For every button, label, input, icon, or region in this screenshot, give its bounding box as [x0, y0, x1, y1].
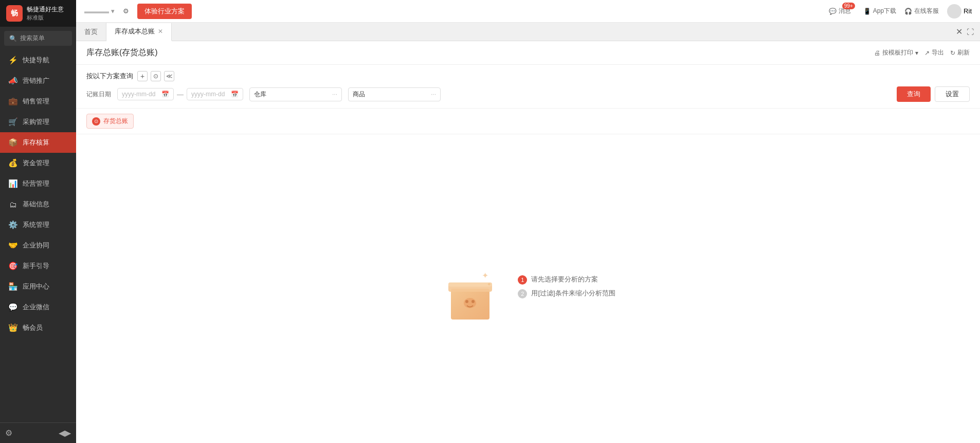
- scheme-panel: ⊙ 存货总账: [76, 109, 980, 134]
- collapse-sidebar-btn[interactable]: ◀▶: [59, 428, 71, 438]
- search-label: 搜索菜单: [20, 34, 45, 43]
- sidebar-item-quick-nav[interactable]: ⚡ 快捷导航: [0, 50, 76, 70]
- date-separator: —: [177, 91, 184, 98]
- user-menu-btn[interactable]: Rit: [947, 4, 972, 19]
- svg-rect-3: [448, 282, 492, 287]
- print-btn[interactable]: 🖨 按模板打印 ▾: [874, 48, 918, 57]
- support-icon: 🎧: [904, 8, 912, 15]
- sidebar-item-finance[interactable]: 💰 资金管理: [0, 153, 76, 173]
- sidebar-item-operation[interactable]: 📊 经营管理: [0, 173, 76, 194]
- filter-collapse-btn[interactable]: ⊙: [151, 71, 161, 81]
- filter-arrows-btn[interactable]: ≪: [164, 71, 174, 81]
- empty-inner: ✦ ✦: [441, 258, 615, 320]
- sidebar-item-label: 库存核算: [23, 138, 49, 147]
- scheme-label: 存货总账: [103, 117, 128, 126]
- finance-icon: 💰: [8, 158, 17, 168]
- sidebar-item-appstore[interactable]: 🏪 应用中心: [0, 276, 76, 297]
- topbar-settings-btn[interactable]: ⚙: [119, 4, 133, 19]
- empty-step1: 1 请先选择要分析的方案: [518, 275, 615, 285]
- query-btn[interactable]: 查询: [897, 86, 931, 102]
- export-icon: ↗: [924, 49, 930, 57]
- newbie-icon: 🎯: [8, 261, 17, 271]
- app-icon: 📱: [863, 8, 871, 15]
- refresh-btn[interactable]: ↻ 刷新: [950, 48, 970, 57]
- warehouse-more-icon: ···: [332, 91, 337, 98]
- sidebar-search[interactable]: 🔍 搜索菜单: [4, 31, 72, 46]
- inventory-icon: 📦: [8, 138, 17, 147]
- sidebar-item-label: 系统管理: [23, 220, 49, 229]
- message-btn[interactable]: 💬 消息 99+: [829, 7, 851, 15]
- sidebar-item-label: 企业微信: [23, 303, 49, 312]
- goods-select[interactable]: 商品 ···: [348, 87, 441, 101]
- tab-close-btn[interactable]: ✕: [158, 28, 163, 35]
- tab-inventory-cost-label: 库存成本总账: [115, 27, 155, 36]
- sidebar-item-coop[interactable]: 🤝 企业协同: [0, 235, 76, 256]
- step2-text: 用[过滤]条件来缩小分析范围: [531, 289, 615, 298]
- sidebar-menu: 🔍 搜索菜单 ⚡ 快捷导航 📣 营销推广 💼 销售管理 🛒 采购管理 📦 库存核…: [0, 27, 76, 422]
- search-icon: 🔍: [9, 35, 17, 42]
- svg-text:✦: ✦: [487, 281, 491, 287]
- topbar: ▬▬▬▬ ▾ ⚙ 体验行业方案 💬 消息 99+ 📱 App下载 🎧 在线客服: [76, 0, 980, 23]
- settings-footer-btn[interactable]: ⚙: [5, 428, 12, 438]
- tab-inventory-cost[interactable]: 库存成本总账 ✕: [106, 23, 172, 41]
- appstore-icon: 🏪: [8, 282, 17, 291]
- purchase-icon: 🛒: [8, 117, 17, 127]
- export-btn[interactable]: ↗ 导出: [924, 48, 944, 57]
- resize-btn[interactable]: ⛶: [967, 28, 974, 36]
- quick-nav-icon: ⚡: [8, 56, 17, 65]
- empty-state: ✦ ✦: [76, 134, 980, 443]
- sidebar-item-purchase[interactable]: 🛒 采购管理: [0, 112, 76, 132]
- sidebar-item-marketing[interactable]: 📣 营销推广: [0, 70, 76, 91]
- tab-home-label: 首页: [84, 27, 98, 37]
- date-to-input[interactable]: yyyy-mm-dd 📅: [187, 88, 243, 100]
- chevron-down-icon: ▾: [111, 7, 115, 15]
- app-title: 畅捷通好生意 标准版: [27, 6, 64, 21]
- empty-illustration: ✦ ✦: [441, 258, 502, 320]
- sidebar-item-label: 企业协同: [23, 241, 49, 250]
- settings-btn[interactable]: 设置: [935, 86, 970, 102]
- step1-text: 请先选择要分析的方案: [531, 275, 598, 284]
- refresh-label: 刷新: [957, 48, 970, 57]
- sidebar-item-newbie[interactable]: 🎯 新手引导: [0, 256, 76, 276]
- industry-btn[interactable]: 体验行业方案: [137, 4, 192, 19]
- operation-icon: 📊: [8, 179, 17, 188]
- svg-point-8: [471, 300, 475, 303]
- tab-home[interactable]: 首页: [76, 23, 106, 41]
- empty-step2: 2 用[过滤]条件来缩小分析范围: [518, 289, 615, 298]
- page-title: 库存总账(存货总账): [86, 47, 158, 58]
- sidebar-item-basic[interactable]: 🗂 基础信息: [0, 194, 76, 215]
- print-dropdown-icon: ▾: [915, 49, 918, 57]
- sidebar-item-sales[interactable]: 💼 销售管理: [0, 91, 76, 112]
- sidebar-item-system[interactable]: ⚙️ 系统管理: [0, 215, 76, 235]
- online-support-btn[interactable]: 🎧 在线客服: [904, 7, 939, 15]
- date-to-placeholder: yyyy-mm-dd: [191, 91, 225, 98]
- coop-icon: 🤝: [8, 241, 17, 250]
- app-download-btn[interactable]: 📱 App下载: [863, 7, 896, 15]
- warehouse-select[interactable]: 仓库 ···: [249, 87, 342, 101]
- filter-title-text: 按以下方案查询: [86, 72, 133, 81]
- svg-text:✦: ✦: [482, 271, 488, 280]
- date-range-input: yyyy-mm-dd 📅 — yyyy-mm-dd 📅: [117, 88, 243, 100]
- support-label: 在线客服: [914, 7, 939, 15]
- filter-add-btn[interactable]: +: [137, 71, 148, 81]
- sidebar-item-inventory[interactable]: 📦 库存核算: [0, 132, 76, 153]
- page-header-actions: 🖨 按模板打印 ▾ ↗ 导出 ↻ 刷新: [874, 48, 970, 57]
- close-panel-btn[interactable]: ✕: [956, 27, 963, 37]
- sidebar-header: 畅 畅捷通好生意 标准版: [0, 0, 76, 27]
- marketing-icon: 📣: [8, 76, 17, 85]
- message-badge: 99+: [842, 3, 855, 9]
- sidebar-item-label: 新手引导: [23, 261, 49, 271]
- content-area: 库存总账(存货总账) 🖨 按模板打印 ▾ ↗ 导出 ↻ 刷新: [76, 41, 980, 443]
- scheme-item[interactable]: ⊙ 存货总账: [86, 114, 134, 129]
- system-icon: ⚙️: [8, 220, 17, 229]
- date-from-input[interactable]: yyyy-mm-dd 📅: [117, 88, 174, 100]
- tab-panel-close: ✕ ⛶: [956, 27, 980, 37]
- sidebar-item-wechat[interactable]: 💬 企业微信: [0, 297, 76, 317]
- topbar-dropdown[interactable]: ▬▬▬▬ ▾: [84, 7, 115, 15]
- member-icon: 👑: [8, 323, 17, 332]
- dropdown-label: ▬▬▬▬: [84, 8, 109, 15]
- sidebar-item-member[interactable]: 👑 畅会员: [0, 317, 76, 338]
- sidebar-item-label: 快捷导航: [23, 56, 49, 65]
- empty-text: 1 请先选择要分析的方案 2 用[过滤]条件来缩小分析范围: [518, 275, 615, 303]
- empty-box-svg: ✦ ✦: [441, 258, 502, 320]
